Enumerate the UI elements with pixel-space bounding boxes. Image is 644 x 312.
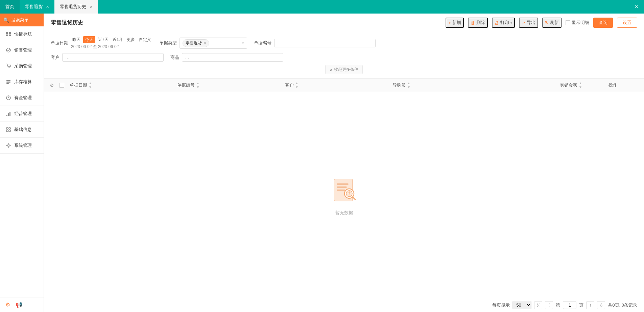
- sidebar-item-system-label: 系统管理: [14, 142, 32, 149]
- tab-retail-return-label: 零售退货: [25, 4, 43, 10]
- collapse-icon: ∧: [330, 67, 333, 72]
- delete-button[interactable]: 🗑 删除: [468, 18, 488, 28]
- th-amount: 实销金额 ▲▼: [498, 81, 585, 89]
- goods-placeholder: …: [185, 55, 189, 60]
- collapse-filter-btn[interactable]: ∧ 收起更多条件: [325, 65, 363, 74]
- svg-rect-20: [337, 183, 349, 185]
- tab-home[interactable]: 首页: [0, 0, 20, 14]
- customer-filter: 客户 …: [51, 53, 164, 62]
- refresh-label: 刷新: [550, 20, 559, 26]
- export-label: 导出: [527, 20, 535, 26]
- doc-no-input[interactable]: [274, 39, 376, 47]
- basic-icon: [5, 127, 11, 133]
- add-button[interactable]: + 新增: [446, 18, 464, 28]
- sidebar-bottom: ⚙ 📢: [0, 297, 44, 312]
- date-btn-custom[interactable]: 自定义: [138, 36, 152, 43]
- th-guide: 导购员 ▲▼: [390, 81, 497, 89]
- sidebar-item-system[interactable]: 系统管理: [0, 138, 44, 154]
- goods-input[interactable]: …: [182, 53, 283, 62]
- th-guide-label: 导购员: [392, 82, 406, 88]
- sidebar-item-nav[interactable]: 快捷导航: [0, 26, 44, 42]
- table-settings-icon[interactable]: ⚙: [47, 83, 57, 88]
- show-detail-toggle[interactable]: 显示明细: [566, 20, 589, 26]
- doc-no-filter: 单据编号: [254, 39, 376, 47]
- date-filter-label: 单据日期: [51, 40, 68, 46]
- print-dropdown-icon: ▾: [510, 21, 512, 25]
- sales-icon: [5, 47, 11, 53]
- page-next-btn[interactable]: ⟩: [586, 301, 594, 309]
- print-button[interactable]: 🖨 打印 ▾: [492, 18, 515, 28]
- topbar-close-btn[interactable]: ✕: [635, 4, 644, 9]
- sidebar-item-management[interactable]: 经营管理: [0, 106, 44, 122]
- doc-type-chip: 零售退货 ✕: [183, 39, 209, 47]
- refresh-icon: ↻: [545, 20, 549, 25]
- th-doc-no-label: 单据编号: [177, 82, 195, 88]
- page-size-label: 每页显示: [492, 302, 510, 308]
- filter-area: 单据日期 昨天 今天 近7天 近1月 更多 自定义 2023-06-02 至 2…: [44, 32, 644, 79]
- date-btn-1month[interactable]: 近1月: [111, 36, 124, 43]
- sidebar-item-fund[interactable]: 资金管理: [0, 90, 44, 106]
- table-area: ⚙ 单据日期 ▲▼ 单据编号 ▲▼ 客户 ▲▼ 导购员: [44, 79, 644, 298]
- delete-icon: 🗑: [471, 20, 475, 25]
- th-doc-no-sort[interactable]: ▲▼: [196, 81, 199, 89]
- doc-type-select[interactable]: 零售退货 ✕ ▾: [180, 38, 247, 49]
- svg-rect-8: [6, 82, 10, 83]
- sidebar-item-purchase[interactable]: 采购管理: [0, 58, 44, 74]
- date-filter: 单据日期 昨天 今天 近7天 近1月 更多 自定义 2023-06-02 至 2…: [51, 36, 152, 50]
- tab-retail-return[interactable]: 零售退货 ✕: [20, 0, 54, 14]
- th-doc-no: 单据编号 ▲▼: [174, 81, 282, 89]
- svg-rect-16: [6, 130, 8, 132]
- sidebar-item-inventory[interactable]: 库存核算: [0, 74, 44, 90]
- date-btn-today[interactable]: 今天: [83, 36, 95, 43]
- date-btn-7days[interactable]: 近7天: [97, 36, 110, 43]
- tab-retail-return-history[interactable]: 零售退货历史 ✕: [54, 0, 98, 14]
- page-label-post: 页: [579, 302, 583, 308]
- doc-type-chip-close[interactable]: ✕: [203, 41, 206, 45]
- empty-icon: [327, 174, 361, 206]
- th-date-label: 单据日期: [70, 82, 87, 88]
- print-label: 打印: [500, 20, 509, 26]
- th-action: 操作: [585, 82, 641, 88]
- sidebar-item-basic[interactable]: 基础信息: [0, 122, 44, 138]
- date-btn-yesterday[interactable]: 昨天: [71, 36, 82, 43]
- date-range-display: 2023-06-02 至 2023-06-02: [71, 44, 152, 50]
- doc-type-filter: 单据类型 零售退货 ✕ ▾: [159, 38, 247, 49]
- show-detail-checkbox[interactable]: [566, 20, 570, 25]
- customer-input[interactable]: …: [62, 53, 164, 62]
- svg-point-5: [8, 67, 8, 68]
- svg-rect-17: [9, 130, 10, 132]
- refresh-button[interactable]: ↻ 刷新: [542, 18, 562, 28]
- tab-retail-return-close[interactable]: ✕: [46, 5, 49, 9]
- tab-retail-return-history-label: 零售退货历史: [60, 4, 86, 10]
- th-amount-sort[interactable]: ▲▼: [579, 81, 582, 89]
- gear-icon[interactable]: ⚙: [5, 302, 10, 308]
- doc-type-label: 单据类型: [159, 40, 177, 46]
- date-btn-more[interactable]: 更多: [125, 36, 136, 43]
- top-bar: 首页 零售退货 ✕ 零售退货历史 ✕ ✕: [0, 0, 644, 14]
- tab-retail-return-history-close[interactable]: ✕: [90, 5, 93, 9]
- th-guide-sort[interactable]: ▲▼: [407, 81, 410, 89]
- sidebar-search[interactable]: 🔍 搜索菜单: [0, 14, 44, 26]
- page-title: 零售退货历史: [51, 19, 83, 26]
- sidebar-item-nav-label: 快捷导航: [14, 31, 32, 37]
- goods-label: 商品: [170, 54, 179, 61]
- page-header: 零售退货历史 + 新增 🗑 删除 🖨 打印 ▾ ↗ 导出: [44, 14, 644, 32]
- page-prev-btn[interactable]: ⟨: [545, 301, 553, 309]
- table-select-all[interactable]: [57, 83, 67, 88]
- setting-button[interactable]: 设置: [617, 18, 637, 28]
- th-date-sort[interactable]: ▲▼: [89, 81, 92, 89]
- select-all-checkbox[interactable]: [59, 83, 64, 88]
- svg-rect-12: [8, 113, 9, 116]
- page-first-btn[interactable]: ⟨⟨: [534, 301, 542, 309]
- sidebar-item-sales[interactable]: 销售管理: [0, 42, 44, 58]
- query-button[interactable]: 查询: [593, 18, 613, 28]
- sidebar: 🔍 搜索菜单 快捷导航 销售管理 采购管理 库存核算: [0, 14, 44, 312]
- speaker-icon[interactable]: 📢: [16, 302, 22, 308]
- page-last-btn[interactable]: ⟩⟩: [597, 301, 605, 309]
- export-button[interactable]: ↗ 导出: [519, 18, 538, 28]
- svg-rect-14: [6, 128, 8, 129]
- page-size-select[interactable]: 50 10 20 100: [512, 301, 531, 309]
- th-customer-sort[interactable]: ▲▼: [295, 81, 299, 89]
- print-icon: 🖨: [495, 20, 499, 25]
- page-input[interactable]: [563, 301, 576, 309]
